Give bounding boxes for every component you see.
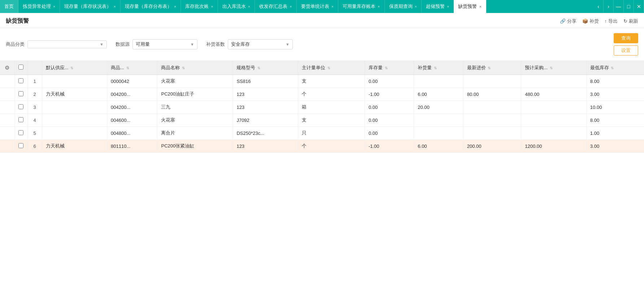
close-icon[interactable]: × [290, 4, 292, 9]
row-latest-price [463, 127, 521, 140]
close-icon[interactable]: × [174, 4, 176, 9]
row-num: 4 [27, 114, 42, 127]
goods-category-select[interactable]: ▼ [27, 40, 107, 48]
column-spec[interactable]: 规格型号 ⇅ [233, 61, 298, 75]
row-latest-price [463, 101, 521, 114]
sort-icon: ⇅ [488, 66, 491, 70]
row-gear [0, 75, 14, 88]
column-checkbox [14, 61, 27, 75]
row-goods-name: PC200张紧油缸 [157, 140, 233, 153]
filter-bar: 商品分类 ▼ 数据源 可用量 ▼ 补货基数 安全库存 ▼ 查询 设置 [0, 28, 644, 61]
column-latest-price[interactable]: 最新进价 ⇅ [463, 61, 521, 75]
column-min-stock[interactable]: 最低库存 ⇅ [586, 61, 644, 75]
row-checkbox[interactable] [18, 143, 23, 148]
close-icon[interactable]: × [53, 4, 55, 9]
scroll-left-button[interactable]: ‹ [593, 0, 604, 13]
restock-base-value: 安全库存 [231, 41, 250, 48]
refresh-icon: ↻ [623, 18, 627, 24]
scroll-right-button[interactable]: › [604, 0, 614, 13]
sort-icon: ⇅ [182, 66, 185, 70]
row-checkbox[interactable] [18, 78, 23, 83]
row-checkbox[interactable] [18, 130, 23, 135]
goods-category-group: 商品分类 ▼ [6, 40, 107, 48]
share-button[interactable]: 🔗 分享 [560, 18, 576, 25]
row-supplier: 力天机械 [42, 140, 107, 153]
row-gear [0, 101, 14, 114]
column-goods-name[interactable]: 商品名称 ⇅ [157, 61, 233, 75]
restock-button[interactable]: 📦 补货 [582, 18, 599, 25]
row-unit: 箱 [298, 101, 365, 114]
column-goods-code[interactable]: 商品... ⇅ [107, 61, 157, 75]
tab-stock-distribution[interactable]: 现存量（库存分布表） × [121, 0, 181, 13]
sort-icon: ⇅ [385, 66, 388, 70]
row-latest-price: 80.00 [463, 88, 521, 101]
row-stock: 0.00 [365, 101, 414, 114]
query-button[interactable]: 查询 [614, 33, 638, 43]
column-estimate-purchase[interactable]: 预计采购... ⇅ [521, 61, 587, 75]
window-maximize-button[interactable]: □ [624, 0, 634, 13]
row-estimate-purchase: 480.00 [521, 88, 587, 101]
tab-receive-summary[interactable]: 收发存汇总表 × [255, 0, 296, 13]
export-button[interactable]: ↑ 导出 [605, 18, 618, 25]
refresh-button[interactable]: ↻ 刷新 [623, 18, 638, 25]
tab-stock-status[interactable]: 现存量（库存状况表） × [60, 0, 120, 13]
window-minimize-button[interactable]: ― [614, 0, 624, 13]
tab-overstock-warning[interactable]: 超储预警 × [422, 0, 454, 13]
row-goods-code: 801110... [107, 140, 157, 153]
select-all-checkbox[interactable] [18, 65, 23, 70]
row-gear [0, 88, 14, 101]
row-spec: DS250*23c... [233, 127, 298, 140]
table-header-row: ⚙ 默认供应... ⇅ 商品... ⇅ [0, 61, 644, 75]
settings-button[interactable]: 设置 [614, 45, 638, 56]
row-unit: 个 [298, 88, 365, 101]
column-unit[interactable]: 主计量单位 ⇅ [298, 61, 365, 75]
row-stock: -1.00 [365, 88, 414, 101]
close-icon[interactable]: × [378, 4, 380, 9]
row-checkbox-cell [14, 114, 27, 127]
column-stock[interactable]: 库存量 ⇅ [365, 61, 414, 75]
close-icon[interactable]: × [331, 4, 334, 9]
row-estimate-purchase [521, 127, 587, 140]
row-restock: 20.00 [414, 101, 463, 114]
row-checkbox[interactable] [18, 117, 23, 122]
tab-stock-batch[interactable]: 库存批次账 × [181, 0, 218, 13]
close-icon[interactable]: × [211, 4, 213, 9]
column-gear[interactable]: ⚙ [0, 61, 14, 75]
column-supplier[interactable]: 默认供应... ⇅ [42, 61, 107, 75]
tab-home[interactable]: 首页 [0, 0, 18, 13]
row-min-stock: 1.00 [586, 127, 644, 140]
page-header: 缺货预警 🔗 分享 📦 补货 ↑ 导出 ↻ 刷新 [0, 13, 644, 28]
row-checkbox[interactable] [18, 91, 23, 96]
row-estimate-purchase [521, 75, 587, 88]
row-estimate-purchase: 1200.00 [521, 140, 587, 153]
row-unit: 只 [298, 127, 365, 140]
tab-expiry-query[interactable]: 保质期查询 × [385, 0, 422, 13]
row-min-stock: 3.00 [586, 140, 644, 153]
sort-icon: ⇅ [611, 66, 614, 70]
column-restock[interactable]: 补货量 ⇅ [414, 61, 463, 75]
restock-base-select[interactable]: 安全库存 ▼ [228, 39, 293, 49]
tab-picking-exception[interactable]: 拣货异常处理 × [18, 0, 60, 13]
header-actions: 🔗 分享 📦 补货 ↑ 导出 ↻ 刷新 [560, 18, 639, 25]
share-icon: 🔗 [560, 18, 566, 24]
tab-shortage-warning[interactable]: 缺货预警 × [454, 0, 486, 13]
row-gear [0, 114, 14, 127]
row-min-stock: 8.00 [586, 114, 644, 127]
tab-inout-flow[interactable]: 出入库流水 × [218, 0, 255, 13]
tab-available-ledger[interactable]: 可用量库存账本 × [338, 0, 384, 13]
row-checkbox[interactable] [18, 104, 23, 109]
data-source-select[interactable]: 可用量 ▼ [132, 39, 197, 49]
close-icon[interactable]: × [415, 4, 417, 9]
row-num: 5 [27, 127, 42, 140]
row-supplier [42, 75, 107, 88]
page-title: 缺货预警 [6, 17, 29, 25]
close-icon[interactable]: × [447, 4, 449, 9]
chevron-down-icon: ▼ [100, 42, 104, 47]
close-icon[interactable]: × [479, 4, 481, 9]
close-icon[interactable]: × [113, 4, 116, 9]
window-close-button[interactable]: ✕ [634, 0, 644, 13]
close-icon[interactable]: × [248, 4, 250, 9]
tab-requisition-stats[interactable]: 要货单统计表 × [297, 0, 338, 13]
row-stock: 0.00 [365, 114, 414, 127]
row-restock [414, 127, 463, 140]
